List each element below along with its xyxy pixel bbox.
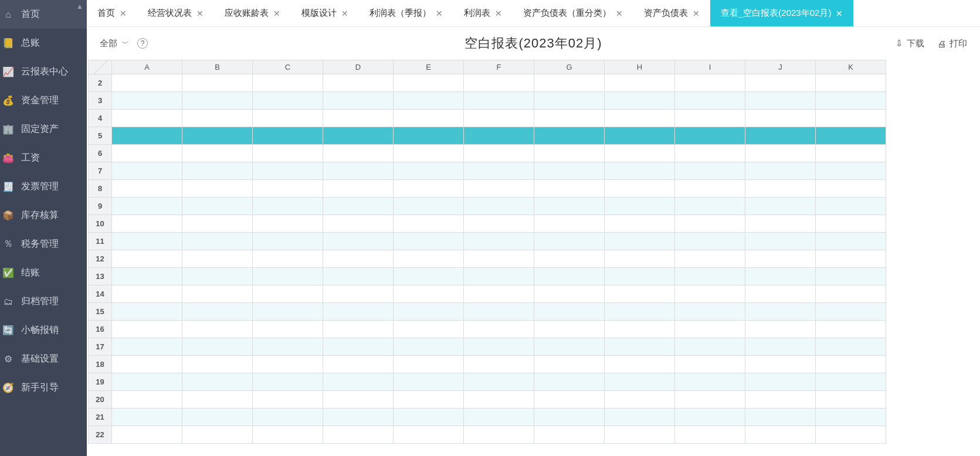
cell-D12[interactable] (323, 250, 394, 268)
cell-J18[interactable] (745, 356, 816, 373)
cell-A4[interactable] (112, 110, 182, 127)
cell-D16[interactable] (323, 321, 394, 338)
cell-H16[interactable] (605, 321, 675, 338)
cell-I11[interactable] (675, 233, 745, 250)
cell-K12[interactable] (816, 250, 886, 268)
tab-5[interactable]: 利润表✕ (453, 0, 513, 26)
sidebar-item-4[interactable]: 🏢固定资产 (0, 115, 87, 144)
cell-I15[interactable] (675, 303, 745, 321)
cell-A15[interactable] (112, 303, 182, 321)
tab-2[interactable]: 应收账龄表✕ (214, 0, 291, 26)
row-header-22[interactable]: 22 (89, 426, 112, 444)
row-header-12[interactable]: 12 (89, 250, 112, 268)
cell-H13[interactable] (605, 268, 675, 285)
cell-F8[interactable] (464, 180, 534, 198)
cell-I9[interactable] (675, 198, 745, 215)
cell-E6[interactable] (394, 145, 464, 162)
cell-E5[interactable] (394, 127, 464, 145)
col-header-K[interactable]: K (816, 60, 886, 74)
cell-J9[interactable] (745, 198, 816, 215)
col-header-D[interactable]: D (323, 60, 394, 74)
cell-C15[interactable] (253, 303, 323, 321)
sidebar-item-6[interactable]: 🧾发票管理 (0, 172, 87, 201)
cell-K19[interactable] (816, 373, 886, 391)
cell-F10[interactable] (464, 215, 534, 233)
cell-K15[interactable] (816, 303, 886, 321)
row-header-13[interactable]: 13 (89, 268, 112, 285)
cell-B20[interactable] (182, 391, 253, 409)
cell-F9[interactable] (464, 198, 534, 215)
cell-H7[interactable] (605, 162, 675, 180)
col-header-H[interactable]: H (605, 60, 675, 74)
row-header-19[interactable]: 19 (89, 373, 112, 391)
cell-E13[interactable] (394, 268, 464, 285)
cell-K20[interactable] (816, 391, 886, 409)
cell-F12[interactable] (464, 250, 534, 268)
sidebar-item-8[interactable]: ％税务管理 (0, 230, 87, 258)
cell-K14[interactable] (816, 285, 886, 303)
cell-H19[interactable] (605, 373, 675, 391)
cell-K11[interactable] (816, 233, 886, 250)
row-header-6[interactable]: 6 (89, 145, 112, 162)
cell-F17[interactable] (464, 338, 534, 356)
cell-A14[interactable] (112, 285, 182, 303)
cell-G7[interactable] (534, 162, 605, 180)
cell-B21[interactable] (182, 409, 253, 426)
col-header-B[interactable]: B (182, 60, 253, 74)
cell-G21[interactable] (534, 409, 605, 426)
select-all-corner[interactable] (89, 60, 112, 74)
spreadsheet[interactable]: ABCDEFGHIJK23456789101112131415161718192… (87, 60, 980, 456)
cell-E12[interactable] (394, 250, 464, 268)
cell-K9[interactable] (816, 198, 886, 215)
cell-E18[interactable] (394, 356, 464, 373)
col-header-J[interactable]: J (745, 60, 816, 74)
row-header-18[interactable]: 18 (89, 356, 112, 373)
sidebar-item-5[interactable]: 👛工资 (0, 144, 87, 172)
cell-J17[interactable] (745, 338, 816, 356)
cell-E3[interactable] (394, 92, 464, 110)
cell-I8[interactable] (675, 180, 745, 198)
cell-G8[interactable] (534, 180, 605, 198)
cell-D21[interactable] (323, 409, 394, 426)
cell-D7[interactable] (323, 162, 394, 180)
cell-A7[interactable] (112, 162, 182, 180)
cell-F13[interactable] (464, 268, 534, 285)
cell-C7[interactable] (253, 162, 323, 180)
cell-A3[interactable] (112, 92, 182, 110)
cell-B12[interactable] (182, 250, 253, 268)
sidebar-item-13[interactable]: 🧭新手引导 (0, 373, 87, 402)
cell-B3[interactable] (182, 92, 253, 110)
cell-K5[interactable] (816, 127, 886, 145)
help-icon[interactable]: ? (137, 38, 148, 49)
cell-B4[interactable] (182, 110, 253, 127)
cell-I4[interactable] (675, 110, 745, 127)
cell-F18[interactable] (464, 356, 534, 373)
download-button[interactable]: ⇩ 下载 (896, 38, 924, 49)
cell-D14[interactable] (323, 285, 394, 303)
cell-F20[interactable] (464, 391, 534, 409)
col-header-C[interactable]: C (253, 60, 323, 74)
cell-E19[interactable] (394, 373, 464, 391)
cell-K8[interactable] (816, 180, 886, 198)
cell-G18[interactable] (534, 356, 605, 373)
cell-G4[interactable] (534, 110, 605, 127)
cell-B7[interactable] (182, 162, 253, 180)
cell-K21[interactable] (816, 409, 886, 426)
cell-G5[interactable] (534, 127, 605, 145)
cell-E15[interactable] (394, 303, 464, 321)
cell-E2[interactable] (394, 74, 464, 92)
cell-H18[interactable] (605, 356, 675, 373)
cell-J6[interactable] (745, 145, 816, 162)
cell-H9[interactable] (605, 198, 675, 215)
cell-C5[interactable] (253, 127, 323, 145)
close-icon[interactable]: ✕ (693, 9, 700, 18)
row-header-5[interactable]: 5 (89, 127, 112, 145)
row-header-2[interactable]: 2 (89, 74, 112, 92)
cell-F2[interactable] (464, 74, 534, 92)
cell-J16[interactable] (745, 321, 816, 338)
cell-D20[interactable] (323, 391, 394, 409)
cell-C18[interactable] (253, 356, 323, 373)
cell-I17[interactable] (675, 338, 745, 356)
sidebar-item-7[interactable]: 📦库存核算 (0, 201, 87, 230)
cell-A10[interactable] (112, 215, 182, 233)
